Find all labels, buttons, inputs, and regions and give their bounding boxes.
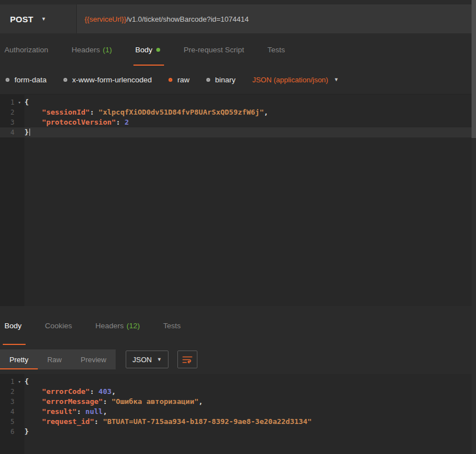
fold-spacer: [14, 387, 24, 397]
code-text: "sessionId": "xlpcqfXiOD0dv51D84fvP8UArS…: [24, 107, 268, 117]
wrap-lines-icon: [182, 356, 192, 364]
fold-spacer: [14, 417, 24, 427]
tab-label: Tests: [267, 46, 285, 54]
option-binary[interactable]: binary: [206, 76, 236, 84]
fold-caret-icon[interactable]: ▾: [14, 97, 24, 107]
tab-label: Body: [135, 46, 152, 54]
fold-spacer: [14, 427, 24, 437]
url-variable: {{serviceUrl}}: [85, 15, 126, 23]
tab-label: Headers: [96, 322, 124, 330]
tab-label: Authorization: [4, 46, 48, 54]
response-view-toolbar: Pretty Raw Preview JSON ▼: [0, 345, 476, 374]
chevron-down-icon: ▼: [41, 17, 46, 22]
headers-count-badge: (1): [103, 46, 112, 54]
response-tab-tests[interactable]: Tests: [163, 306, 181, 345]
view-mode-switch: Pretty Raw Preview: [0, 349, 116, 369]
response-format-dropdown[interactable]: JSON ▼: [126, 351, 168, 368]
code-text: "errorCode": 403,: [24, 387, 116, 397]
line-number: 1: [0, 377, 14, 387]
code-line[interactable]: 5 "request_id": "BTUAT=UAT-715aa934-b187…: [0, 417, 476, 427]
line-number: 4: [0, 127, 14, 137]
request-tabs: Authorization Headers (1) Body Pre-reque…: [0, 33, 476, 66]
tab-label: Headers: [72, 46, 100, 54]
tab-label: Cookies: [45, 322, 72, 330]
method-label: POST: [10, 14, 33, 24]
code-text: "result": null,: [24, 407, 107, 417]
tab-headers[interactable]: Headers (1): [72, 33, 112, 66]
headers-count-badge: (12): [127, 322, 140, 330]
radio-icon: [6, 78, 9, 82]
content-type-dropdown[interactable]: JSON (application/json) ▼: [252, 76, 339, 84]
fold-caret-icon[interactable]: ▾: [14, 377, 24, 387]
line-number: 2: [0, 387, 14, 397]
radio-icon: [63, 78, 67, 82]
code-text: "protocolVersion": 2: [24, 117, 129, 127]
tab-body[interactable]: Body: [135, 33, 160, 66]
code-line[interactable]: 3 "errorMessage": "Ошибка авторизации",: [0, 397, 476, 407]
response-body-editor[interactable]: 1▾{2 "errorCode": 403,3 "errorMessage": …: [0, 374, 476, 454]
tab-pre-request-script[interactable]: Pre-request Script: [184, 33, 244, 66]
code-line[interactable]: 6}: [0, 427, 476, 437]
url-input[interactable]: {{serviceUrl}}/v1.0/ticket/showBarcode?i…: [77, 4, 476, 33]
body-type-selector: form-data x-www-form-urlencoded raw bina…: [0, 66, 476, 95]
tab-tests[interactable]: Tests: [267, 33, 285, 66]
method-selector[interactable]: POST ▼: [0, 4, 77, 33]
postman-window: POST ▼ {{serviceUrl}}/v1.0/ticket/showBa…: [0, 0, 476, 454]
fold-spacer: [14, 107, 24, 117]
code-text: "request_id": "BTUAT=UAT-715aa934-b187-8…: [24, 417, 312, 427]
tab-label: Body: [4, 322, 22, 330]
body-present-dot-icon: [156, 48, 160, 52]
chevron-down-icon: ▼: [334, 77, 339, 82]
url-bar: POST ▼ {{serviceUrl}}/v1.0/ticket/showBa…: [0, 4, 476, 33]
code-line[interactable]: 1▾{: [0, 97, 476, 107]
tab-label: Tests: [163, 322, 181, 330]
line-number: 3: [0, 397, 14, 407]
response-tab-cookies[interactable]: Cookies: [45, 306, 72, 345]
code-line[interactable]: 1▾{: [0, 377, 476, 387]
scrollbar-thumb[interactable]: [472, 0, 476, 138]
tab-label: Pre-request Script: [184, 46, 244, 54]
response-tab-body[interactable]: Body: [4, 306, 22, 345]
line-number: 4: [0, 407, 14, 417]
fold-spacer: [14, 127, 24, 137]
code-text: {: [24, 377, 29, 387]
code-text: }: [24, 427, 29, 437]
wrap-lines-button[interactable]: [177, 351, 197, 368]
view-pretty-button[interactable]: Pretty: [0, 349, 38, 369]
fold-spacer: [14, 407, 24, 417]
code-line[interactable]: 3 "protocolVersion": 2: [0, 117, 476, 127]
code-text: "errorMessage": "Ошибка авторизации",: [24, 397, 203, 407]
fold-spacer: [14, 397, 24, 407]
request-body-editor[interactable]: 1▾{2 "sessionId": "xlpcqfXiOD0dv51D84fvP…: [0, 95, 476, 306]
line-number: 5: [0, 417, 14, 427]
content-type-label: JSON (application/json): [252, 76, 329, 84]
format-label: JSON: [132, 356, 152, 364]
view-raw-button[interactable]: Raw: [38, 349, 71, 369]
fold-spacer: [14, 117, 24, 127]
response-tab-headers[interactable]: Headers (12): [96, 306, 140, 345]
response-tabs: Body Cookies Headers (12) Tests: [0, 306, 476, 345]
line-number: 2: [0, 107, 14, 117]
tab-authorization[interactable]: Authorization: [4, 33, 48, 66]
code-line[interactable]: 2 "sessionId": "xlpcqfXiOD0dv51D84fvP8UA…: [0, 107, 476, 117]
option-x-www-form-urlencoded[interactable]: x-www-form-urlencoded: [63, 76, 152, 84]
url-path: /v1.0/ticket/showBarcode?id=1074414: [126, 15, 249, 23]
code-line[interactable]: 2 "errorCode": 403,: [0, 387, 476, 397]
radio-icon: [206, 78, 210, 82]
line-number: 1: [0, 97, 14, 107]
option-form-data[interactable]: form-data: [6, 76, 47, 84]
code-text: }: [24, 127, 30, 137]
text-cursor: [29, 129, 31, 136]
code-text: {: [24, 97, 29, 107]
line-number: 6: [0, 427, 14, 437]
code-line[interactable]: 4 "result": null,: [0, 407, 476, 417]
radio-selected-icon: [168, 78, 172, 82]
line-number: 3: [0, 117, 14, 127]
option-raw[interactable]: raw: [168, 76, 190, 84]
view-preview-button[interactable]: Preview: [71, 349, 116, 369]
window-scrollbar[interactable]: [472, 0, 476, 454]
code-line[interactable]: 4}: [0, 127, 476, 137]
chevron-down-icon: ▼: [157, 357, 162, 362]
